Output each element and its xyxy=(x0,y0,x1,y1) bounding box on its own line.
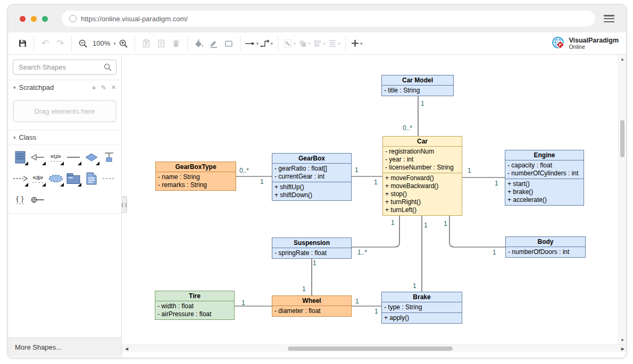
zoom-out-button[interactable] xyxy=(76,36,90,51)
insert-button[interactable]: ▾ xyxy=(349,36,364,51)
dashed-ellipse-icon xyxy=(48,174,63,183)
palette-item-containment[interactable] xyxy=(101,150,119,164)
member-row: + apply() xyxy=(382,314,462,322)
class-tire[interactable]: Tire- width : float- airPressure : float xyxy=(155,291,235,320)
scroll-left-icon[interactable]: ◀ xyxy=(125,345,128,352)
redo-button[interactable]: ↷ xyxy=(53,36,68,51)
palette-item-generalization[interactable] xyxy=(29,150,47,164)
class-suspension[interactable]: Suspension- springRate : float xyxy=(272,238,352,259)
toolbar-group xyxy=(135,36,187,52)
dropdown-caret-icon[interactable]: ▾ xyxy=(338,41,341,46)
fill-color-button[interactable] xyxy=(191,36,206,51)
connector-arrow-button[interactable]: ▾ xyxy=(244,36,259,51)
palette-item-dependency[interactable] xyxy=(11,172,29,185)
palette-item-usage-stereotype[interactable]: «u» xyxy=(47,150,65,164)
address-bar[interactable]: https://online.visual-paradigm.com/ xyxy=(62,11,595,27)
multiplicity-label: 1 xyxy=(421,100,424,107)
package-icon xyxy=(66,173,80,184)
distribute-button[interactable]: ▾ xyxy=(327,36,342,51)
dashed-line-icon xyxy=(102,177,116,180)
minimize-window-button[interactable] xyxy=(31,16,37,22)
diagram-canvas[interactable]: ❙❙ Car Model- title : StringCar- registr… xyxy=(122,55,626,357)
dropdown-caret-icon[interactable]: ▾ xyxy=(271,41,273,46)
toolbar-group: 100%▾ xyxy=(71,36,135,52)
group-button[interactable]: ▾ xyxy=(297,36,312,51)
scroll-up-icon[interactable]: ▲ xyxy=(619,57,626,62)
class-body[interactable]: Body- numberOfDoors : int xyxy=(505,236,586,258)
multiplicity-label: 1 xyxy=(493,249,496,256)
close-window-button[interactable] xyxy=(20,16,26,22)
palette-item-socket-interface[interactable] xyxy=(29,193,47,207)
scratchpad-add-icon[interactable]: + xyxy=(91,83,96,92)
undo-button[interactable]: ↶ xyxy=(38,36,53,51)
delete-button[interactable] xyxy=(169,36,184,51)
member-row: - registrationNum xyxy=(383,148,462,156)
class-wheel[interactable]: Wheel- diameter : float xyxy=(272,295,352,317)
dropdown-caret-icon[interactable]: ▾ xyxy=(294,41,296,46)
class-engine[interactable]: Engine- capacity : float- numberOfCylind… xyxy=(505,150,584,206)
scratchpad-edit-icon[interactable]: ✎ xyxy=(101,84,106,91)
group-icon xyxy=(298,39,307,48)
scroll-right-icon[interactable]: ▶ xyxy=(621,345,624,352)
class-car[interactable]: Car- registrationNum- year : int- licens… xyxy=(382,136,462,216)
containment-icon xyxy=(103,151,115,163)
vertical-scroll-thumb[interactable] xyxy=(620,120,624,157)
line-color-button[interactable] xyxy=(206,36,221,51)
sidebar-collapse-handle[interactable]: ❙❙ xyxy=(122,196,127,213)
palette-item-dashed-line[interactable] xyxy=(101,172,119,185)
horizontal-scroll-thumb[interactable] xyxy=(288,346,453,351)
class-name: Suspension xyxy=(272,238,351,248)
dropdown-caret-icon[interactable]: ▾ xyxy=(323,41,326,46)
multiplicity-label: 1 xyxy=(391,219,395,226)
multiplicity-label: 0..* xyxy=(403,125,412,132)
floppy-icon xyxy=(18,39,27,48)
palette-item-constraint[interactable]: { } xyxy=(11,193,29,207)
palette-item-association[interactable] xyxy=(65,150,83,164)
socket-interface-icon xyxy=(31,196,45,204)
dropdown-caret-icon[interactable]: ▾ xyxy=(256,41,259,46)
zoom-in-icon xyxy=(119,39,128,48)
vertical-scrollbar[interactable]: ▲ ▼ xyxy=(618,55,626,345)
class-brake[interactable]: Brake- type : String+ apply() xyxy=(381,292,462,324)
multiplicity-label: 1 xyxy=(355,167,359,174)
effects-button[interactable]: ▾ xyxy=(282,36,297,51)
attributes-compartment: - title : String xyxy=(382,85,453,96)
palette-item-package[interactable] xyxy=(65,172,83,185)
palette-item-aggregation-diamond[interactable] xyxy=(82,150,101,164)
palette-item-dashed-ellipse[interactable] xyxy=(47,172,65,185)
more-shapes-button[interactable]: More Shapes... xyxy=(8,337,121,357)
copy-button[interactable] xyxy=(154,36,169,51)
shape-style-button[interactable] xyxy=(221,36,236,51)
toolbar-group: ↶↷ xyxy=(34,36,71,52)
dropdown-caret-icon[interactable]: ▾ xyxy=(309,41,311,46)
attributes-compartment: - gearRatio : float[]- currentGear : int xyxy=(272,163,351,182)
class-section-header[interactable]: ▾ Class xyxy=(8,130,121,145)
zoom-level-button[interactable]: 100%▾ xyxy=(90,36,116,51)
scratchpad-close-icon[interactable]: ✕ xyxy=(111,84,116,91)
scratchpad-hint: Drag elements here xyxy=(34,107,95,115)
zoom-in-button[interactable] xyxy=(116,36,131,51)
note-icon xyxy=(86,172,97,185)
class-shape-icon xyxy=(14,151,26,164)
maximize-window-button[interactable] xyxy=(42,16,48,22)
palette-item-class-shape[interactable] xyxy=(11,150,29,164)
dropdown-caret-icon[interactable]: ▾ xyxy=(360,41,363,46)
class-gearboxtype[interactable]: GearBoxType- name : String- remarks : St… xyxy=(155,162,236,191)
connector-style-button[interactable]: ▾ xyxy=(259,36,274,51)
class-car-model[interactable]: Car Model- title : String xyxy=(381,75,454,96)
search-icon[interactable] xyxy=(104,63,112,71)
site-info-icon[interactable] xyxy=(69,15,77,22)
member-row: + stop() xyxy=(383,190,462,198)
scratchpad-drop-area[interactable]: Drag elements here xyxy=(13,100,116,122)
class-gearbox[interactable]: GearBox- gearRatio : float[]- currentGea… xyxy=(272,153,352,201)
align-button[interactable]: ▾ xyxy=(312,36,327,51)
search-input[interactable] xyxy=(13,60,116,75)
scratchpad-header[interactable]: ▾ Scratchpad + ✎ ✕ xyxy=(8,80,121,95)
horizontal-scrollbar[interactable]: ◀ ▶ xyxy=(122,344,626,352)
browser-menu-icon[interactable] xyxy=(604,15,614,22)
scroll-down-icon[interactable]: ▼ xyxy=(619,338,626,343)
palette-item-stereotype-a[interactable]: «a» xyxy=(29,172,47,185)
paste-button[interactable] xyxy=(139,36,154,51)
save-button[interactable] xyxy=(15,36,30,51)
palette-item-note[interactable] xyxy=(82,172,101,185)
